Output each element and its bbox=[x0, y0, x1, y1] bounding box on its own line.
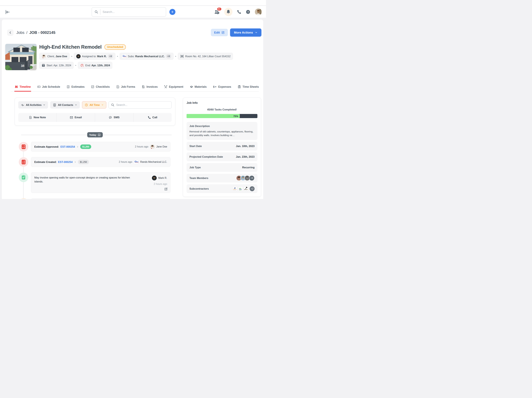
svg-text:$: $ bbox=[144, 87, 144, 88]
timeline-entry-estimate-created: Estimate Created: EST-000254 $1,250 2 ho… bbox=[31, 157, 171, 167]
estimate-link[interactable]: EST-000254 bbox=[58, 160, 73, 164]
invoice-dollar-icon: $ bbox=[142, 85, 145, 89]
tab-job-schedule[interactable]: Job Schedule bbox=[37, 85, 60, 91]
tab-estimates[interactable]: Estimates bbox=[66, 85, 84, 91]
location-chip[interactable]: Room No. 42, 164 Lillian Court 554152 bbox=[178, 53, 233, 60]
notifications-button[interactable] bbox=[224, 8, 233, 16]
start-date-chip[interactable]: Start: Apr. 12th, 2024 bbox=[39, 62, 74, 69]
estimate-approved-card[interactable]: Estimate Approved: EST-000254 $1,250 2 h… bbox=[31, 142, 171, 152]
calculator-icon bbox=[66, 85, 70, 89]
today-pill[interactable]: Today 24 bbox=[87, 132, 103, 137]
edit-note-button[interactable] bbox=[164, 187, 168, 191]
topbar: 9+ ? bbox=[0, 6, 266, 18]
timeline-search-input[interactable] bbox=[116, 103, 169, 107]
sms-bubble-icon bbox=[109, 116, 112, 119]
clipboard-clock-icon bbox=[238, 85, 241, 89]
all-time-filter[interactable]: All Time bbox=[82, 101, 106, 109]
timeline-entry-partial bbox=[31, 198, 171, 199]
user-avatar[interactable] bbox=[255, 8, 262, 15]
breadcrumb-section[interactable]: Jobs bbox=[16, 30, 25, 35]
notifications-count-badge: 9+ bbox=[217, 8, 221, 11]
all-contacts-filter[interactable]: All Contacts bbox=[50, 101, 80, 109]
end-date-chip[interactable]: End: Apr. 12th, 2024 bbox=[78, 62, 112, 69]
partial-icon-badge bbox=[19, 198, 28, 199]
tools-icon bbox=[164, 85, 167, 89]
tab-label: Job Forms bbox=[121, 85, 135, 89]
back-button[interactable] bbox=[7, 29, 13, 36]
envelope-icon bbox=[70, 116, 73, 119]
job-header: 38 High-End Kitchen Remodel Unscheduled … bbox=[5, 44, 259, 70]
new-note-label: New Note bbox=[34, 116, 46, 119]
actor-logo: RandsMECHANICAL bbox=[134, 160, 139, 164]
estimate-created-card[interactable]: Estimate Created: EST-000254 $1,250 2 ho… bbox=[31, 157, 171, 167]
tab-label: Job Schedule bbox=[42, 85, 60, 89]
page-background: Jobs / JOB - 0002145 Edit More Actions bbox=[0, 18, 266, 199]
entry-time: 2 hours ago bbox=[119, 160, 132, 163]
team-chat-button[interactable]: 9+ bbox=[214, 10, 220, 14]
chevron-down-icon bbox=[43, 104, 45, 106]
tab-materials[interactable]: Materials bbox=[190, 85, 207, 91]
tab-job-forms[interactable]: Job Forms bbox=[116, 85, 135, 91]
team-avatars[interactable]: +5 bbox=[236, 175, 254, 181]
assigned-chip[interactable]: Assigned to: Mark R. +3 bbox=[74, 53, 115, 60]
breadcrumb-job-id: JOB - 0002145 bbox=[29, 30, 55, 35]
note-card[interactable]: May involve opening walls for open-conce… bbox=[31, 172, 171, 193]
subcontractors-extra-badge[interactable]: +2 bbox=[250, 186, 254, 191]
sms-label: SMS bbox=[114, 116, 120, 119]
client-avatar bbox=[42, 54, 46, 58]
job-date-chips: Start: Apr. 12th, 2024 End: Apr. 12th, 2… bbox=[39, 62, 233, 69]
tab-invoices[interactable]: $ Invoices bbox=[142, 85, 158, 91]
tab-checklists[interactable]: Checklists bbox=[91, 85, 110, 91]
svg-text:RESTORATIONS: RESTORATIONS bbox=[233, 190, 236, 190]
tab-equipment[interactable]: Equipment bbox=[164, 85, 183, 91]
client-chip[interactable]: Client, Jane Doe bbox=[39, 53, 70, 60]
dot-separator bbox=[175, 56, 176, 57]
tab-expenses[interactable]: $ Expenses bbox=[213, 85, 231, 91]
team-members-extra-badge[interactable]: +5 bbox=[249, 175, 254, 181]
chevron-down-icon bbox=[75, 104, 77, 106]
estimate-icon-badge bbox=[19, 157, 28, 167]
subs-extra-badge[interactable]: +3 bbox=[166, 54, 171, 58]
new-note-button[interactable]: New Note bbox=[18, 113, 57, 122]
edit-button[interactable]: Edit bbox=[211, 29, 228, 36]
all-activities-filter[interactable]: All Activities bbox=[18, 101, 48, 109]
all-time-label: All Time bbox=[90, 103, 100, 107]
progress-percent-label: 75% bbox=[233, 115, 238, 117]
calendar-day-icon: 24 bbox=[98, 133, 101, 136]
plus-icon bbox=[171, 10, 174, 13]
location-chip-label: Room No. 42, 164 Lillian Court 554152 bbox=[185, 55, 231, 58]
collapse-sidebar-button[interactable] bbox=[5, 9, 10, 15]
contact-card-icon bbox=[53, 103, 56, 107]
job-info-title: Job Info bbox=[187, 101, 257, 105]
assigned-extra-badge[interactable]: +3 bbox=[108, 54, 113, 58]
collapse-sidebar-icon bbox=[5, 9, 10, 15]
more-actions-button[interactable]: More Actions bbox=[230, 28, 261, 37]
tab-label: Timeline bbox=[19, 85, 31, 89]
global-search-input[interactable] bbox=[103, 10, 166, 14]
subcontractor-logos[interactable]: RRRUSHVILLERESTORATIONS iCareLAWN CARE N… bbox=[233, 186, 254, 191]
row-label: Team Members bbox=[190, 177, 208, 180]
start-date-label: Start: Apr. 12th, 2024 bbox=[47, 64, 71, 67]
timeline-entry-note: May involve opening walls for open-conce… bbox=[31, 172, 171, 193]
call-button[interactable]: Call bbox=[133, 113, 172, 122]
subs-chip[interactable]: RandsMECHANICAL Subs: Rands Mechanical L… bbox=[120, 53, 173, 60]
clock-alert-icon bbox=[80, 64, 84, 67]
estimate-link[interactable]: EST-000254 bbox=[60, 145, 75, 148]
client-chip-label: Client, Jane Doe bbox=[47, 55, 67, 58]
help-button[interactable]: ? bbox=[246, 10, 250, 14]
job-photo[interactable]: 38 bbox=[5, 44, 37, 70]
phone-button[interactable] bbox=[237, 10, 241, 14]
svg-text:MECHANICAL: MECHANICAL bbox=[123, 57, 126, 57]
info-row-completion-date: Projected Completion Date Jan. 23th, 202… bbox=[187, 152, 257, 161]
tab-timeline[interactable]: Timeline bbox=[15, 85, 31, 91]
actor-name: Rands Mechanical LLC. bbox=[140, 160, 167, 163]
breadcrumb-separator: / bbox=[26, 30, 27, 35]
create-new-button[interactable] bbox=[169, 9, 175, 15]
job-info-column: Job Info 45/60 Tasks Completed! 75% Job … bbox=[183, 98, 261, 197]
tab-time-sheets[interactable]: Time Sheets bbox=[238, 85, 259, 91]
search-icon bbox=[94, 10, 98, 14]
dollar-arrow-icon: $ bbox=[213, 85, 217, 89]
email-button[interactable]: Email bbox=[57, 113, 95, 122]
sms-button[interactable]: SMS bbox=[95, 113, 133, 122]
estimate-amount-badge: $1,250 bbox=[78, 160, 89, 164]
